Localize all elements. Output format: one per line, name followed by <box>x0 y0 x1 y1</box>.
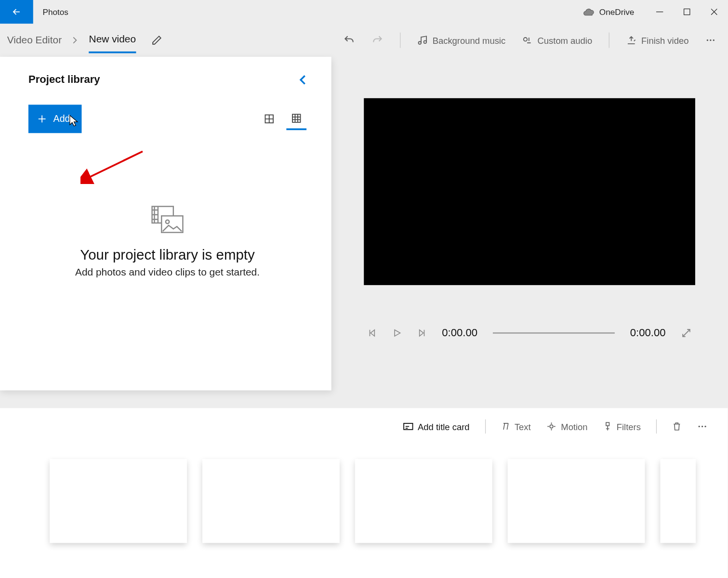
collapse-library-button[interactable] <box>298 74 306 86</box>
svg-rect-0 <box>684 9 690 14</box>
video-preview[interactable] <box>364 98 695 285</box>
svg-point-5 <box>710 39 711 41</box>
svg-rect-8 <box>292 114 301 122</box>
grid-2x2-icon <box>264 114 275 124</box>
add-title-card-button[interactable]: Add title card <box>399 419 473 434</box>
svg-point-18 <box>704 426 706 427</box>
svg-point-6 <box>713 39 715 41</box>
grid-large-button[interactable] <box>259 109 279 129</box>
pencil-icon <box>151 35 162 45</box>
next-frame-button[interactable] <box>417 328 427 338</box>
step-back-icon <box>368 328 377 338</box>
export-icon <box>626 35 636 45</box>
delete-clip-button[interactable] <box>669 419 685 434</box>
more-button[interactable] <box>701 31 721 49</box>
annotation-arrow-icon <box>80 148 146 184</box>
motion-icon <box>546 422 557 432</box>
minimize-button[interactable] <box>646 0 673 24</box>
redo-icon <box>371 34 384 46</box>
prev-frame-button[interactable] <box>368 328 377 338</box>
filters-label: Filters <box>617 421 641 432</box>
storyboard-slot[interactable] <box>50 459 187 543</box>
title-card-label: Add title card <box>418 421 470 432</box>
music-icon <box>417 35 428 45</box>
filters-icon <box>603 422 613 432</box>
breadcrumb-page[interactable]: New video <box>89 33 136 53</box>
svg-point-14 <box>550 425 553 428</box>
storyboard-slot[interactable] <box>202 459 340 543</box>
bg-music-label: Background music <box>433 35 506 45</box>
play-button[interactable] <box>392 328 402 338</box>
motion-label: Motion <box>561 421 587 432</box>
storyboard-slot[interactable] <box>355 459 492 543</box>
svg-point-17 <box>702 426 703 427</box>
svg-point-3 <box>524 38 527 41</box>
storyboard-more-button[interactable] <box>693 419 711 434</box>
trash-icon <box>672 421 682 432</box>
rename-button[interactable] <box>151 35 162 45</box>
project-library-panel: Project library Add <box>0 57 331 391</box>
chevron-right-icon <box>72 36 78 44</box>
motion-tool-button[interactable]: Motion <box>543 419 591 434</box>
storyboard-panel: Add title card Text Motion Filters <box>0 408 728 578</box>
background-music-button[interactable]: Background music <box>412 31 510 49</box>
svg-line-12 <box>88 151 143 178</box>
breadcrumb-root[interactable]: Video Editor <box>7 34 62 46</box>
custom-audio-icon <box>522 35 533 45</box>
storyboard-slot[interactable] <box>660 459 696 543</box>
fullscreen-icon <box>681 328 691 338</box>
text-label: Text <box>515 421 531 432</box>
empty-subtitle: Add photos and video clips to get starte… <box>28 267 306 279</box>
finish-video-button[interactable]: Finish video <box>621 31 693 49</box>
time-current: 0:00.00 <box>442 327 477 339</box>
plus-icon <box>37 114 47 124</box>
undo-button[interactable] <box>338 31 359 50</box>
time-total: 0:00.00 <box>630 327 666 339</box>
add-label: Add <box>53 114 70 124</box>
filters-tool-button[interactable]: Filters <box>599 419 644 434</box>
chevron-left-icon <box>298 74 306 86</box>
storyboard-slot[interactable] <box>508 459 645 543</box>
custom-audio-label: Custom audio <box>538 35 593 45</box>
svg-point-4 <box>707 39 708 41</box>
add-button[interactable]: Add <box>28 105 82 133</box>
more-icon <box>697 421 708 432</box>
finish-label: Finish video <box>641 35 688 45</box>
grid-small-button[interactable] <box>286 110 306 130</box>
grid-3x3-icon <box>291 113 302 123</box>
maximize-button[interactable] <box>673 0 700 24</box>
app-title: Photos <box>42 7 68 17</box>
close-button[interactable] <box>701 0 728 24</box>
empty-title: Your project library is empty <box>28 247 306 263</box>
onedrive-label: OneDrive <box>599 7 635 17</box>
seek-bar[interactable] <box>493 332 615 333</box>
custom-audio-button[interactable]: Custom audio <box>517 31 597 49</box>
library-title: Project library <box>28 73 100 86</box>
play-icon <box>392 328 402 338</box>
undo-icon <box>343 34 355 46</box>
title-card-icon <box>403 422 413 431</box>
svg-point-16 <box>699 426 700 427</box>
more-icon <box>705 35 716 45</box>
svg-rect-15 <box>606 422 609 426</box>
step-forward-icon <box>417 328 427 338</box>
text-icon <box>501 422 511 432</box>
empty-library-icon <box>150 204 185 235</box>
cloud-icon <box>582 8 595 16</box>
redo-button[interactable] <box>367 31 388 50</box>
back-button[interactable] <box>0 0 33 24</box>
onedrive-status[interactable]: OneDrive <box>582 7 634 17</box>
text-tool-button[interactable]: Text <box>497 419 534 434</box>
fullscreen-button[interactable] <box>681 328 691 338</box>
